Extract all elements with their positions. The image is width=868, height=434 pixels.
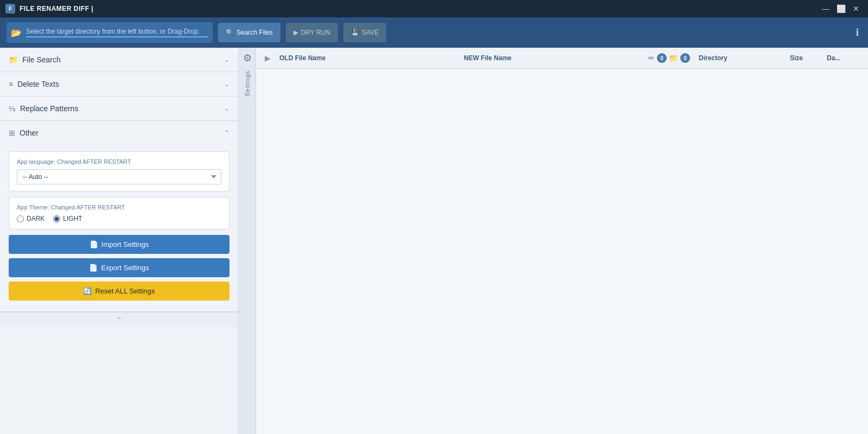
col-size-header: Size [790,54,822,62]
col-dir-header: Directory [699,54,786,62]
other-chevron: ⌃ [224,129,229,137]
col-date-header: Da... [827,54,859,62]
search-files-button[interactable]: 🔍 Search Files [218,23,280,42]
dry-run-button[interactable]: ▶ DRY RUN [286,23,338,42]
sidebar-collapse-btn[interactable]: ⌃ [0,312,238,327]
reset-label: Reset ALL Settings [95,287,155,295]
close-button[interactable]: ✕ [850,3,863,14]
theme-light-text: LIGHT [63,215,82,222]
collapse-arrow-icon: ⌃ [117,316,122,324]
language-select[interactable]: -- Auto -- English German French Spanish [17,169,221,184]
app-title: FILE RENAMER DIFF | [20,5,819,12]
sidebar-section-other: ⊞ Other ⌃ App language: Changed AFTER RE… [0,121,238,312]
other-content: App language: Changed AFTER RESTART -- A… [0,145,238,311]
search-files-label: Search Files [237,29,273,36]
replace-patterns-label: Replace Patterns [20,104,78,113]
settings-gear-icon[interactable]: ⚙ [243,52,252,64]
content-area: ▶ OLD File Name NEW File Name ✏ 0 📁 0 Di… [256,48,868,434]
save-icon: 💾 [351,29,359,36]
export-icon: 📄 [89,264,98,272]
settings-panel: ⚙ Settings [239,48,256,434]
import-icon: 📄 [90,240,98,248]
delete-texts-label: Delete Texts [17,80,59,88]
toolbar: 📂 Select the target directory from the l… [0,17,868,48]
theme-radio-group: DARK LIGHT [17,215,221,222]
sidebar-section-file-search: 📁 File Search ⌄ [0,48,238,72]
col-old-header: OLD File Name [279,54,459,62]
expand-chevron-icon[interactable]: ▶ [265,54,271,62]
badge-group: ✏ 0 📁 0 [648,53,690,63]
theme-dark-radio[interactable] [17,215,24,222]
save-button[interactable]: 💾 SAVE [343,23,386,42]
theme-dark-label[interactable]: DARK [17,215,44,222]
col-new-header: NEW File Name [464,54,644,62]
dry-run-icon: ▶ [293,29,298,36]
dry-run-label: DRY RUN [301,29,330,36]
minimize-button[interactable]: — [819,3,832,14]
folder-icon: 📂 [11,28,22,38]
reset-settings-button[interactable]: 🔄 Reset ALL Settings [9,282,229,301]
search-icon: 🔍 [226,29,234,36]
info-button[interactable]: ℹ [853,24,861,41]
theme-card: App Theme: Changed AFTER RESTART DARK LI… [9,197,229,229]
dir-placeholder-text: Select the target directory from the lef… [26,28,208,35]
language-card: App language: Changed AFTER RESTART -- A… [9,151,229,192]
theme-light-label[interactable]: LIGHT [53,215,82,222]
app-icon: F [5,4,15,14]
export-settings-button[interactable]: 📄 Export Settings [9,258,229,277]
main-layout: 📁 File Search ⌄ ≡ Delete Texts ⌄ ⅔ Re [0,48,868,434]
window-controls: — ⬜ ✕ [819,3,863,14]
import-label: Import Settings [101,240,149,248]
theme-light-radio[interactable] [53,215,60,222]
table-content [256,69,868,434]
replace-patterns-header[interactable]: ⅔ Replace Patterns ⌄ [0,97,238,120]
directory-selector[interactable]: 📂 Select the target directory from the l… [7,22,213,43]
other-header[interactable]: ⊞ Other ⌃ [0,121,238,145]
file-search-icon: 📁 [9,55,18,64]
export-label: Export Settings [101,264,149,272]
sidebar-section-replace-patterns: ⅔ Replace Patterns ⌄ [0,97,238,121]
file-search-header[interactable]: 📁 File Search ⌄ [0,48,238,72]
file-search-chevron: ⌄ [224,56,229,63]
edit-badge-icon: ✏ [648,54,655,62]
other-label: Other [20,129,39,137]
replace-patterns-chevron: ⌄ [224,105,229,112]
settings-label[interactable]: Settings [244,71,251,97]
other-icon: ⊞ [9,129,15,137]
delete-texts-header[interactable]: ≡ Delete Texts ⌄ [0,72,238,96]
title-bar: F FILE RENAMER DIFF | — ⬜ ✕ [0,0,868,17]
delete-texts-chevron: ⌄ [224,80,229,88]
folder-badge-icon: 📁 [669,54,678,62]
import-settings-button[interactable]: 📄 Import Settings [9,235,229,254]
folder-badge-count: 0 [680,53,690,63]
sidebar: 📁 File Search ⌄ ≡ Delete Texts ⌄ ⅔ Re [0,48,239,434]
delete-texts-icon: ≡ [9,80,13,88]
edit-badge-count: 0 [657,53,667,63]
sidebar-section-delete-texts: ≡ Delete Texts ⌄ [0,72,238,97]
table-header: ▶ OLD File Name NEW File Name ✏ 0 📁 0 Di… [256,48,868,69]
dir-underline [26,36,208,37]
save-label: SAVE [362,29,379,36]
reset-icon: 🔄 [83,287,92,295]
theme-dark-text: DARK [27,215,44,222]
file-search-label: File Search [22,55,61,64]
maximize-button[interactable]: ⬜ [834,3,847,14]
theme-card-title: App Theme: Changed AFTER RESTART [17,204,221,210]
replace-patterns-icon: ⅔ [9,105,16,113]
language-card-title: App language: Changed AFTER RESTART [17,158,221,165]
